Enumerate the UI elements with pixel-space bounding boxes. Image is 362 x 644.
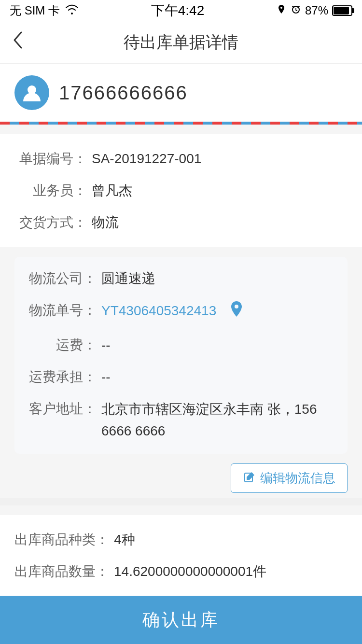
delivery-method-value: 物流	[92, 212, 348, 233]
delivery-method-label: 交货方式：	[14, 212, 92, 233]
status-time: 下午4:42	[151, 1, 205, 20]
logistics-card: 物流公司： 圆通速递 物流单号： YT43064053424​13 运费： --…	[14, 257, 348, 454]
edit-logistics-button[interactable]: 编辑物流信息	[231, 463, 348, 493]
main-content: 17666666666 单据编号： SA-20191227-001 业务员： 曾…	[0, 64, 362, 644]
logistics-company-label: 物流公司：	[24, 268, 101, 289]
freight-bearer-value: --	[101, 367, 338, 387]
salesperson-value: 曾凡杰	[92, 181, 348, 201]
freight-bearer-row: 运费承担： --	[24, 367, 338, 387]
customer-phone: 17666666666	[59, 82, 188, 104]
freight-row: 运费： --	[24, 335, 338, 355]
product-quantity-label: 出库商品数量：	[14, 561, 114, 582]
order-info-section: 单据编号： SA-20191227-001 业务员： 曾凡杰 交货方式： 物流	[0, 134, 362, 247]
status-left: 无 SIM 卡	[10, 3, 79, 18]
freight-bearer-label: 运费承担：	[24, 367, 101, 387]
customer-address-row: 客户地址： 北京市市辖区海淀区永丰南 张，156 6666 6666	[24, 399, 338, 442]
delivery-method-row: 交货方式： 物流	[14, 212, 348, 233]
location-service-icon	[276, 4, 287, 17]
dashed-divider	[0, 122, 362, 125]
document-number-label: 单据编号：	[14, 149, 92, 169]
confirm-btn-label: 确认出库	[142, 608, 220, 632]
tracking-number-value: YT43064053424​13	[101, 300, 338, 323]
back-button[interactable]	[12, 30, 23, 54]
customer-section: 17666666666	[0, 64, 362, 125]
product-quantity-row: 出库商品数量： 14.62000000000000​01件	[14, 561, 348, 582]
salesperson-label: 业务员：	[14, 181, 92, 201]
warehouse-info-section: 出库商品种类： 4种 出库商品数量： 14.62000000000000​01件	[0, 515, 362, 596]
customer-header: 17666666666	[0, 64, 362, 122]
tracking-number-row: 物流单号： YT43064053424​13	[24, 300, 338, 323]
customer-address-label: 客户地址：	[24, 399, 101, 419]
product-types-value: 4种	[114, 530, 348, 550]
battery-percent: 87%	[305, 4, 328, 17]
status-right: 87%	[276, 4, 352, 17]
tracking-number-label: 物流单号：	[24, 300, 101, 321]
status-bar: 无 SIM 卡 下午4:42 87%	[0, 0, 362, 21]
product-types-row: 出库商品种类： 4种	[14, 530, 348, 550]
product-types-label: 出库商品种类：	[14, 530, 114, 550]
document-number-row: 单据编号： SA-20191227-001	[14, 149, 348, 169]
salesperson-row: 业务员： 曾凡杰	[14, 181, 348, 201]
freight-value: --	[101, 335, 338, 355]
avatar	[14, 75, 49, 110]
battery-icon	[332, 5, 352, 16]
confirm-outbound-button[interactable]: 确认出库	[0, 596, 362, 644]
logistics-company-row: 物流公司： 圆通速递	[24, 268, 338, 289]
alarm-icon	[291, 4, 301, 17]
nav-bar: 待出库单据详情	[0, 21, 362, 64]
edit-logistics-row: 编辑物流信息	[0, 454, 362, 498]
carrier-text: 无 SIM 卡	[10, 3, 60, 18]
product-quantity-value: 14.62000000000000​01件	[114, 561, 348, 582]
wifi-icon	[65, 4, 79, 17]
page-title: 待出库单据详情	[124, 31, 238, 54]
logistics-company-value: 圆通速递	[101, 268, 338, 289]
freight-label: 运费：	[24, 335, 101, 355]
tracking-location-icon[interactable]	[228, 300, 245, 323]
document-number-value: SA-20191227-001	[92, 149, 348, 169]
customer-address-value: 北京市市辖区海淀区永丰南 张，156 6666 6666	[101, 399, 338, 442]
section-divider	[0, 498, 362, 505]
